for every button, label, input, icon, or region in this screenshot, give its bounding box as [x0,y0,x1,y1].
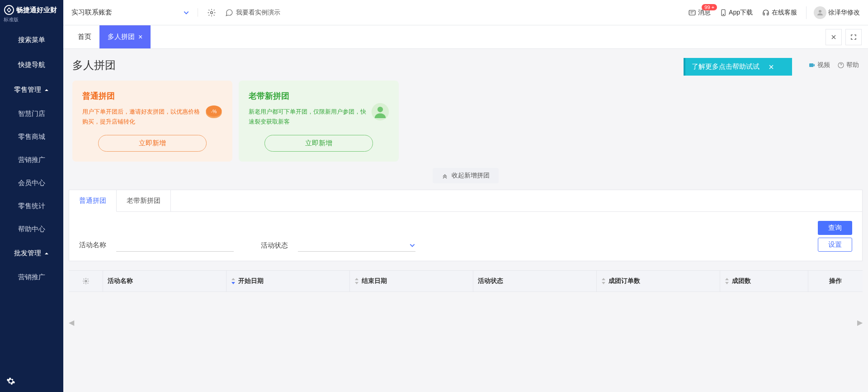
collapse-label: 收起新增拼团 [452,172,490,180]
chevron-up-icon [44,251,49,256]
app-download-label: App下载 [729,9,753,17]
settings-button[interactable]: 设置 [818,238,852,252]
help-tip-banner: 了解更多点击帮助试试 [684,58,792,76]
svg-text:-%: -% [211,109,217,114]
sidebar-group-label: 零售管理 [14,86,41,94]
col-actions: 操作 [808,271,863,292]
video-label: 视频 [817,61,830,69]
svg-point-13 [377,107,383,112]
user-name: 徐泽华修改 [828,9,860,17]
card-desc: 新老用户都可下单开团，仅限新用户参团，快速裂变获取新客 [249,107,389,127]
col-group-count[interactable]: 成团数 [720,271,808,292]
person-icon [371,102,390,121]
brand-edition: 标准版 [4,16,60,23]
close-icon[interactable]: × [138,33,142,41]
sort-icon [601,278,606,284]
col-order-count[interactable]: 成团订单数 [597,271,720,292]
panel-tab-normal[interactable]: 普通拼团 [69,190,117,212]
col-start-date[interactable]: 开始日期 [226,271,350,292]
sort-icon [354,278,359,284]
card-normal-group: 普通拼团 用户下单开团后，邀请好友拼团，以优惠价格购买，提升店铺转化 -% 立即… [72,81,232,162]
svg-point-2 [211,11,213,14]
mobile-icon [720,9,727,17]
account-selector[interactable]: 实习联系账套 [71,8,198,17]
sidebar-settings[interactable] [0,370,63,392]
sidebar-item-stats[interactable]: 零售统计 [0,195,63,218]
filter-name-input[interactable] [116,241,234,249]
filter-name: 活动名称 [79,239,234,252]
messages-badge: 99 + [702,4,717,10]
chevron-up-icon [44,87,49,93]
help-link[interactable]: 帮助 [837,61,859,69]
sidebar-item-member[interactable]: 会员中心 [0,172,63,195]
svg-point-1 [8,9,10,11]
horizontal-scrollbar[interactable]: ◀ ▶ [69,319,863,325]
tabs-fullscreen[interactable] [845,29,862,45]
sidebar-item-wholesale-marketing[interactable]: 营销推广 [0,266,63,289]
user-menu[interactable]: 徐泽华修改 [806,6,860,19]
topbar-settings[interactable] [207,8,216,17]
svg-rect-7 [809,63,813,67]
panel-tab-referral[interactable]: 老带新拼团 [117,190,171,211]
tip-text: 了解更多点击帮助试试 [692,62,760,71]
sidebar-item-help[interactable]: 帮助中心 [0,218,63,241]
list-panel: 普通拼团 老带新拼团 活动名称 活动状态 [69,190,863,261]
help-label: 帮助 [846,61,859,69]
account-name: 实习联系账套 [71,8,112,17]
sort-icon [725,278,729,284]
collapse-button[interactable]: 收起新增拼团 [433,168,499,183]
help-icon [837,62,844,69]
tabs-close-all[interactable] [826,29,842,45]
sidebar-group-retail[interactable]: 零售管理 [0,77,63,102]
online-service-button[interactable]: 在线客服 [762,9,797,17]
coupon-icon: -% [204,102,223,121]
col-status[interactable]: 活动状态 [473,271,597,292]
card-desc: 用户下单开团后，邀请好友拼团，以优惠价格购买，提升店铺转化 [82,107,222,127]
chevron-down-icon [409,242,415,249]
card-add-button[interactable]: 立即新增 [98,135,207,152]
message-icon [688,9,696,17]
col-end-date[interactable]: 结束日期 [350,271,473,292]
sidebar-group-label: 批发管理 [14,249,41,258]
messages-button[interactable]: 消息 99 + [688,9,711,17]
col-activity-name[interactable]: 活动名称 [103,271,226,292]
card-title: 老带新拼团 [249,91,389,101]
video-icon [808,62,816,69]
sidebar-item-marketing[interactable]: 营销推广 [0,148,63,172]
svg-point-6 [819,10,821,13]
video-link[interactable]: 视频 [808,61,830,69]
app-download-button[interactable]: App下载 [720,9,753,17]
gear-icon [6,377,57,386]
brand-name: 畅捷通好业财 [16,6,57,14]
avatar-icon [814,6,826,19]
card-add-button[interactable]: 立即新增 [264,135,373,152]
online-service-label: 在线客服 [772,9,797,17]
chevron-up-double-icon [442,172,448,179]
demo-link[interactable]: 我要看实例演示 [225,9,280,17]
tip-close-icon[interactable] [769,64,774,70]
sidebar-search[interactable]: 搜索菜单 [0,28,63,53]
sidebar-item-mall[interactable]: 零售商城 [0,125,63,148]
filter-name-label: 活动名称 [79,241,111,249]
headset-icon [762,9,770,17]
scroll-left-icon[interactable]: ◀ [69,318,74,327]
table-config-button[interactable] [69,271,103,292]
demo-label: 我要看实例演示 [236,9,280,17]
chevron-down-icon [183,10,189,16]
sidebar-group-wholesale[interactable]: 批发管理 [0,241,63,266]
filter-status: 活动状态 [261,239,415,252]
tab-home[interactable]: 首页 [70,25,99,48]
filter-status-select[interactable] [298,239,415,252]
scroll-right-icon[interactable]: ▶ [857,318,863,327]
sidebar-quicknav[interactable]: 快捷导航 [0,53,63,77]
sort-icon [231,278,236,284]
filter-status-label: 活动状态 [261,241,292,250]
tab-label: 多人拼团 [108,33,135,41]
svg-point-14 [85,280,87,282]
tab-groupbuy[interactable]: 多人拼团 × [99,25,151,48]
table-header: 活动名称 开始日期 结束日期 活动状态 成团订单数 [69,270,863,292]
card-referral-group: 老带新拼团 新老用户都可下单开团，仅限新用户参团，快速裂变获取新客 立即新增 [239,81,399,162]
sidebar-item-smartstore[interactable]: 智慧门店 [0,102,63,125]
topbar: 实习联系账套 我要看实例演示 [63,0,868,25]
query-button[interactable]: 查询 [818,221,852,235]
